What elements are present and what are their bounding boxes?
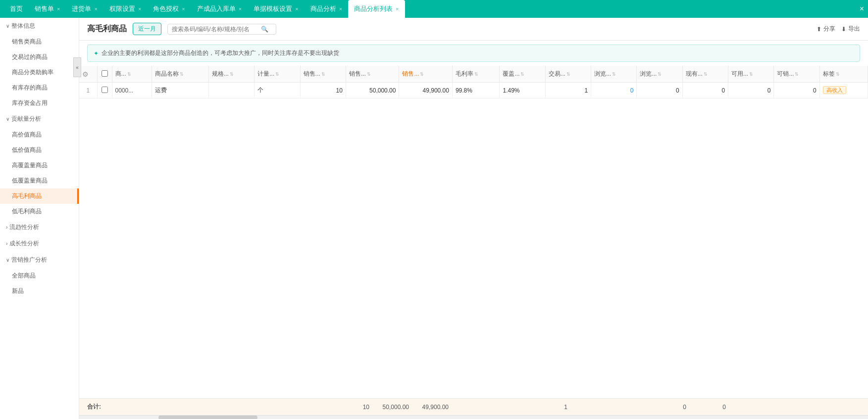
sidebar-item-high-margin[interactable]: 高毛利商品 xyxy=(0,188,79,204)
close-icon[interactable]: × xyxy=(94,6,97,12)
sidebar-item-high-coverage[interactable]: 高覆盖量商品 xyxy=(0,158,79,173)
horizontal-scrollbar[interactable] xyxy=(79,415,868,419)
row-saleable: 0 xyxy=(774,83,819,98)
col-trade[interactable]: 交易...⇅ xyxy=(545,66,591,83)
col-name[interactable]: 商品名称⇅ xyxy=(152,66,208,83)
nav-template[interactable]: 单据模板设置 × xyxy=(248,0,304,18)
sort-icon: ⇅ xyxy=(127,72,131,77)
col-sales-amt[interactable]: 销售...⇅ xyxy=(346,66,399,83)
nav-permission[interactable]: 权限设置 × xyxy=(103,0,147,18)
sidebar-item-in-stock[interactable]: 有库存的商品 xyxy=(0,80,79,95)
sort-icon: ⇅ xyxy=(275,72,279,77)
col-tag[interactable]: 标签⇅ xyxy=(819,66,868,83)
sidebar-section-overall[interactable]: ∨ 整体信息 xyxy=(0,18,79,34)
sidebar-item-high-value[interactable]: 高价值商品 xyxy=(0,127,79,142)
sidebar-section-marketing[interactable]: ∨ 营销推广分析 xyxy=(0,252,79,268)
scrollbar-thumb[interactable] xyxy=(158,416,257,419)
chevron-down-icon: ∨ xyxy=(6,257,9,263)
row-current: 0 xyxy=(682,83,728,98)
sort-icon: ⇅ xyxy=(612,72,616,77)
row-browse1[interactable]: 0 xyxy=(591,83,637,98)
search-icon[interactable]: 🔍 xyxy=(261,26,268,33)
nav-role[interactable]: 角色授权 × xyxy=(147,0,191,18)
sidebar-item-stock-capital[interactable]: 库存资金占用 xyxy=(0,95,79,111)
footer-trade: 1 xyxy=(531,404,570,411)
settings-icon[interactable]: ⚙ xyxy=(82,70,89,78)
sidebar-collapse-button[interactable]: « xyxy=(73,57,81,77)
content-area: 高毛利商品 近一月 🔍 ⬆ 分享 ⬇ 导出 ✦ 企业的主要的利润都是这部分商品创… xyxy=(79,18,868,419)
sidebar-item-low-value[interactable]: 低价值商品 xyxy=(0,142,79,158)
table-footer: 合计: 10 50,000.00 49,900.00 1 0 0 xyxy=(79,398,868,415)
export-button[interactable]: ⬇ 导出 xyxy=(841,25,860,33)
col-current[interactable]: 现有...⇅ xyxy=(682,66,728,83)
nav-product-analysis-list[interactable]: 商品分析列表 × xyxy=(348,0,405,18)
close-icon[interactable]: × xyxy=(138,6,141,12)
sidebar-item-low-coverage[interactable]: 低覆盖量商品 xyxy=(0,173,79,188)
col-browse1[interactable]: 浏览...⇅ xyxy=(591,66,637,83)
table-row: 1 0000... 运费 个 10 50,000.00 49,900.00 99… xyxy=(79,83,868,98)
nav-product-in[interactable]: 产成品入库单 × xyxy=(191,0,248,18)
chevron-down-icon: ∨ xyxy=(6,116,9,122)
col-browse2[interactable]: 浏览...⇅ xyxy=(637,66,682,83)
page-title: 高毛利商品 xyxy=(87,24,127,34)
sidebar: ∨ 整体信息 销售类商品 交易过的商品 商品分类助购率 有库存的商品 库存资金占… xyxy=(0,18,79,419)
sort-icon: ⇅ xyxy=(795,72,799,77)
info-icon: ✦ xyxy=(94,50,99,57)
sidebar-item-all-goods[interactable]: 全部商品 xyxy=(0,268,79,283)
nav-product-analysis[interactable]: 商品分析 × xyxy=(305,0,348,18)
col-unit[interactable]: 计量...⇅ xyxy=(255,66,300,83)
close-icon[interactable]: × xyxy=(339,6,342,12)
sidebar-item-sales-goods[interactable]: 销售类商品 xyxy=(0,34,79,49)
chevron-right-icon: › xyxy=(6,225,7,230)
chevron-down-icon: ∨ xyxy=(6,23,9,29)
info-banner: ✦ 企业的主要的利润都是这部分商品创造的，可考虑加大推广，同时关注库存是不要出现… xyxy=(87,45,860,62)
search-box: 🔍 xyxy=(167,24,276,35)
nav-home[interactable]: 首页 xyxy=(4,0,29,18)
close-icon[interactable]: × xyxy=(239,6,242,12)
chevron-right-icon: › xyxy=(6,241,7,246)
data-table-container[interactable]: ⚙ 商...⇅ 商品名称⇅ 规格...⇅ 计量...⇅ 销售...⇅ 销售...… xyxy=(79,66,868,398)
window-close-button[interactable]: × xyxy=(860,4,864,13)
col-code[interactable]: 商...⇅ xyxy=(112,66,152,83)
footer-qty: 10 xyxy=(333,404,372,411)
close-icon[interactable]: × xyxy=(182,6,185,12)
sidebar-section-growth[interactable]: › 成长性分析 xyxy=(0,235,79,252)
sidebar-item-new-goods[interactable]: 新品 xyxy=(0,283,79,299)
sidebar-section-flow[interactable]: › 流趋性分析 xyxy=(0,219,79,235)
sort-icon: ⇅ xyxy=(367,72,371,77)
sidebar-item-category-rate[interactable]: 商品分类助购率 xyxy=(0,65,79,80)
row-coverage: 1.49% xyxy=(500,83,545,98)
row-unit: 个 xyxy=(255,83,300,98)
sort-icon: ⇅ xyxy=(474,72,478,77)
top-navigation: 首页 销售单 × 进货单 × 权限设置 × 角色授权 × 产成品入库单 × 单据… xyxy=(0,0,868,18)
search-input[interactable] xyxy=(172,26,261,33)
col-sales-profit[interactable]: 销售...⇅ xyxy=(399,66,453,83)
close-icon[interactable]: × xyxy=(295,6,298,12)
sort-icon: ⇅ xyxy=(180,72,184,77)
row-checkbox[interactable] xyxy=(97,83,112,98)
col-coverage[interactable]: 覆盖...⇅ xyxy=(500,66,545,83)
nav-sales[interactable]: 销售单 × xyxy=(29,0,66,18)
checkbox-column-header xyxy=(97,66,112,83)
col-gross-margin[interactable]: 毛利率⇅ xyxy=(452,66,500,83)
col-available[interactable]: 可用...⇅ xyxy=(728,66,774,83)
col-spec[interactable]: 规格...⇅ xyxy=(208,66,254,83)
col-saleable[interactable]: 可销...⇅ xyxy=(774,66,819,83)
row-trade: 1 xyxy=(545,83,591,98)
close-icon[interactable]: × xyxy=(396,6,399,12)
filter-recent-month-button[interactable]: 近一月 xyxy=(133,23,161,35)
nav-purchase[interactable]: 进货单 × xyxy=(66,0,103,18)
sort-icon: ⇅ xyxy=(566,72,570,77)
settings-column-header[interactable]: ⚙ xyxy=(79,66,97,83)
col-qty[interactable]: 销售...⇅ xyxy=(300,66,346,83)
share-button[interactable]: ⬆ 分享 xyxy=(817,25,835,33)
close-icon[interactable]: × xyxy=(57,6,60,12)
sidebar-item-low-margin[interactable]: 低毛利商品 xyxy=(0,204,79,219)
row-code: 0000... xyxy=(112,83,152,98)
sort-icon: ⇅ xyxy=(520,72,524,77)
row-qty: 10 xyxy=(300,83,346,98)
sidebar-section-contribution[interactable]: ∨ 贡献量分析 xyxy=(0,111,79,127)
sidebar-item-traded-goods[interactable]: 交易过的商品 xyxy=(0,49,79,65)
select-all-checkbox[interactable] xyxy=(102,70,108,77)
row-name: 运费 xyxy=(152,83,208,98)
